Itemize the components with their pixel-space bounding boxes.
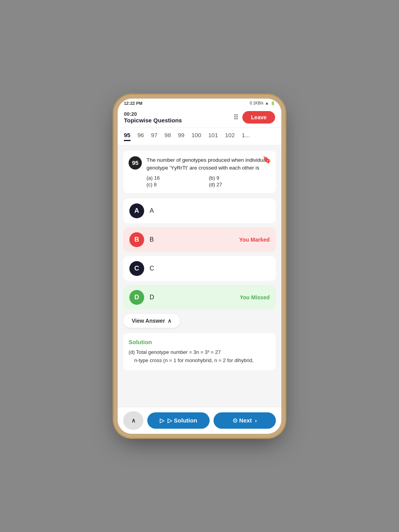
back-button[interactable]: ∧ [123,411,143,430]
q-nav-98[interactable]: 98 [164,132,171,141]
option-circle-a: A [129,203,144,218]
data-speed: 0.1KB/s [250,101,263,105]
solution-play-icon: ▷ [160,417,164,424]
status-bar: 12:22 PM 0.1KB/s ▲ 🔋 [118,99,281,108]
wifi-icon: ▲ [265,101,269,105]
status-icons: 0.1KB/s ▲ 🔋 [250,101,275,105]
content-area: 95 The number of genotypes produced when… [118,145,281,407]
answer-option-d[interactable]: D D You Missed [123,285,276,310]
q-nav-96[interactable]: 96 [138,132,144,141]
page-title: Topicwise Questions [124,117,182,124]
question-text-area: The number of genotypes produced when in… [147,156,270,188]
solution-line-2: n-type cross (n = 1 for monohybrid, n = … [129,357,270,365]
solution-button-label: ▷ Solution [168,417,197,424]
q-nav-95[interactable]: 95 [124,132,131,141]
header: 00:20 Topicwise Questions ⠿ Leave [118,108,281,128]
solution-title: Solution [129,339,270,345]
back-icon: ∧ [131,417,136,424]
q-opt-b: (b) 9 [209,175,270,181]
question-number-badge: 95 [129,156,142,170]
status-time: 12:22 PM [124,101,143,106]
grid-icon[interactable]: ⠿ [233,113,238,122]
next-button[interactable]: ⊙ Next › [214,412,276,429]
you-missed-label: You Missed [240,294,270,300]
q-nav-102[interactable]: 102 [225,132,235,141]
option-circle-d: D [129,290,144,305]
bottom-bar: ∧ ▷ ▷ Solution ⊙ Next › [118,407,281,434]
next-button-label: ⊙ Next [233,417,252,424]
header-right: ⠿ Leave [233,111,275,124]
question-options: (a) 16 (b) 9 (c) 8 (d) 27 [147,175,270,187]
leave-button[interactable]: Leave [242,111,275,124]
q-nav-97[interactable]: 97 [151,132,157,141]
option-circle-c: C [129,261,144,276]
next-arrow-icon: › [255,417,257,424]
view-answer-button[interactable]: View Answer ∧ [123,314,180,328]
question-card: 95 The number of genotypes produced when… [123,151,276,193]
view-answer-label: View Answer [132,318,165,324]
answer-option-b[interactable]: B B You Marked [123,227,276,252]
q-opt-d: (d) 27 [209,182,270,187]
option-label-b: B [150,236,234,243]
bookmark-icon[interactable]: 🔖 [263,156,271,164]
answer-option-a[interactable]: A A [123,198,276,223]
q-opt-a: (a) 16 [147,175,208,181]
option-label-c: C [150,265,270,272]
option-circle-b: B [129,232,144,247]
q-nav-99[interactable]: 99 [178,132,185,141]
q-nav-more[interactable]: 1... [242,132,250,141]
option-label-d: D [150,294,234,301]
solution-button[interactable]: ▷ ▷ Solution [147,412,210,429]
question-text: The number of genotypes produced when in… [147,156,270,172]
q-nav-101[interactable]: 101 [208,132,218,141]
q-nav-100[interactable]: 100 [191,132,201,141]
phone-frame: 12:22 PM 0.1KB/s ▲ 🔋 00:20 Topicwise Que… [118,99,281,434]
solution-text: (d) Total genotype number = 3n = 3³ = 27… [129,348,270,365]
timer: 00:20 [124,111,182,117]
option-label-a: A [150,207,270,214]
solution-line-1: (d) Total genotype number = 3n = 3³ = 27 [129,348,270,357]
answer-option-c[interactable]: C C [123,256,276,281]
question-nav: 95 96 97 98 99 100 101 102 1... [118,128,281,145]
header-left: 00:20 Topicwise Questions [124,111,182,124]
you-marked-label: You Marked [239,237,270,243]
solution-section: Solution (d) Total genotype number = 3n … [123,333,276,370]
battery-icon: 🔋 [270,101,275,105]
q-opt-c: (c) 8 [147,182,208,187]
view-answer-arrow: ∧ [168,318,171,324]
